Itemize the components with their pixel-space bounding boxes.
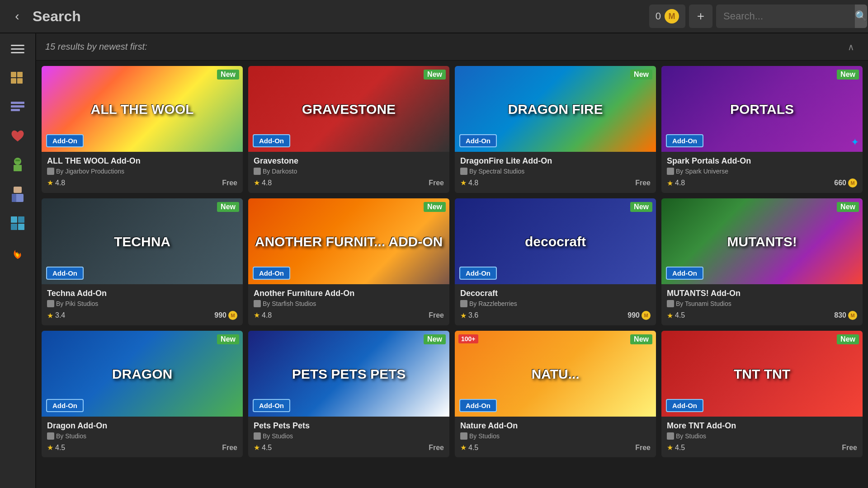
svg-rect-10 bbox=[14, 187, 22, 193]
price-free: Free bbox=[222, 179, 237, 187]
author-icon bbox=[47, 168, 54, 175]
author-icon bbox=[460, 168, 467, 175]
card-img-text: GRAVESTONE bbox=[248, 102, 449, 117]
badge-new: New bbox=[217, 202, 239, 212]
card-title: Decocraft bbox=[460, 289, 651, 298]
card-author: By Piki Studios bbox=[47, 300, 237, 307]
sidebar-item-wishlist[interactable] bbox=[5, 124, 30, 149]
card-rating: ★ 4.5 bbox=[254, 443, 272, 452]
card-author: By Razzleberries bbox=[460, 300, 651, 307]
collapse-button[interactable]: ∧ bbox=[843, 39, 859, 55]
price-free: Free bbox=[429, 179, 444, 187]
card-rating: ★ 4.5 bbox=[47, 443, 65, 452]
addon-badge: Add-On bbox=[46, 267, 84, 280]
coin-area: 0 M bbox=[649, 5, 685, 28]
coin-icon: M bbox=[665, 9, 679, 23]
card-info: Spark Portals Add-On By Spark Universe ★… bbox=[661, 152, 863, 193]
card-dragonfire[interactable]: DRAGON FIRE New Add-On DragonFire Lite A… bbox=[455, 66, 656, 193]
hamburger-line-3 bbox=[11, 52, 24, 53]
results-header: 15 results by newest first: ∧ bbox=[36, 33, 868, 61]
card-pets[interactable]: PETS PETS PETS New Add-On Pets Pets Pets… bbox=[248, 331, 449, 457]
svg-rect-2 bbox=[17, 72, 23, 77]
sidebar-item-skins[interactable] bbox=[5, 182, 30, 207]
sidebar-item-owned[interactable] bbox=[5, 153, 30, 178]
card-author: By Spectral Studios bbox=[460, 168, 651, 175]
author-icon bbox=[47, 432, 54, 440]
marketplace-icon bbox=[9, 99, 26, 116]
card-author: By Darkosto bbox=[254, 168, 444, 175]
card-rating: ★ 4.5 bbox=[667, 311, 685, 320]
featured-icon bbox=[9, 70, 26, 87]
svg-rect-15 bbox=[11, 224, 17, 230]
rating-value: 4.8 bbox=[262, 179, 272, 187]
add-coins-button[interactable]: + bbox=[689, 5, 712, 28]
search-button[interactable]: 🔍 bbox=[855, 5, 867, 28]
card-image: PETS PETS PETS New Add-On bbox=[248, 331, 449, 417]
card-footer: ★ 4.8 Free bbox=[47, 178, 237, 187]
price-coins: 830 M bbox=[834, 311, 857, 320]
card-title: Techna Add-On bbox=[47, 289, 237, 298]
svg-rect-4 bbox=[11, 102, 24, 104]
cards-grid: ALL THE WOOL New Add-On ALL THE WOOL Add… bbox=[36, 61, 868, 488]
addon-badge: Add-On bbox=[459, 134, 497, 147]
card-portals[interactable]: PORTALS New Add-On ✦ Spark Portals Add-O… bbox=[661, 66, 863, 193]
badge-new: New bbox=[217, 334, 239, 344]
card-info: MUTANTS! Add-On By Tsunami Studios ★ 4.5… bbox=[661, 284, 863, 325]
author-icon bbox=[254, 432, 261, 440]
sidebar-menu-button[interactable] bbox=[5, 39, 30, 59]
author-icon bbox=[460, 300, 467, 307]
price-free: Free bbox=[429, 444, 444, 452]
back-button[interactable]: ‹ bbox=[7, 6, 27, 26]
card-mutants[interactable]: MUTANTS! New Add-On MUTANTS! Add-On By T… bbox=[661, 198, 863, 325]
card-decocraft[interactable]: decocraft New Add-On Decocraft By Razzle… bbox=[455, 198, 656, 325]
card-image: TNT TNT New Add-On bbox=[661, 331, 863, 417]
author-icon bbox=[254, 168, 261, 175]
card-gravestone[interactable]: GRAVESTONE New Add-On Gravestone By Dark… bbox=[248, 66, 449, 193]
card-wool[interactable]: ALL THE WOOL New Add-On ALL THE WOOL Add… bbox=[42, 66, 243, 193]
card-title: MUTANTS! Add-On bbox=[667, 289, 857, 298]
card-footer: ★ 4.5 Free bbox=[47, 443, 237, 452]
addon-badge: Add-On bbox=[666, 267, 703, 280]
card-techna[interactable]: TECHNA New Add-On Techna Add-On By Piki … bbox=[42, 198, 243, 325]
badge-new: New bbox=[837, 202, 859, 212]
hamburger-line-1 bbox=[11, 45, 24, 46]
rating-value: 4.5 bbox=[675, 311, 685, 319]
card-author: By Tsunami Studios bbox=[667, 300, 857, 307]
card-dragon2[interactable]: DRAGON New Add-On Dragon Add-On By Studi… bbox=[42, 331, 243, 457]
card-rating: ★ 3.4 bbox=[47, 311, 65, 320]
card-footer: ★ 4.5 Free bbox=[254, 443, 444, 452]
wishlist-icon bbox=[9, 128, 26, 145]
badge-new: New bbox=[630, 334, 652, 344]
card-info: Dragon Add-On By Studios ★ 4.5 Free bbox=[42, 417, 243, 457]
card-rating: ★ 4.8 bbox=[47, 178, 65, 187]
card-img-text: ALL THE WOOL bbox=[42, 102, 243, 117]
author-icon bbox=[47, 300, 54, 307]
card-title: More TNT Add-On bbox=[667, 421, 857, 431]
rating-value: 4.5 bbox=[55, 444, 65, 452]
card-img-text: ANOTHER FURNIT... ADD-ON bbox=[248, 234, 449, 249]
card-author: By Studios bbox=[667, 432, 857, 440]
sidebar-item-fire[interactable] bbox=[5, 239, 30, 265]
card-info: Techna Add-On By Piki Studios ★ 3.4 990 … bbox=[42, 284, 243, 325]
sidebar-item-textures[interactable] bbox=[5, 211, 30, 236]
card-furniture[interactable]: ANOTHER FURNIT... ADD-ON New Add-On Anot… bbox=[248, 198, 449, 325]
card-tnt[interactable]: TNT TNT New Add-On More TNT Add-On By St… bbox=[661, 331, 863, 457]
card-nature[interactable]: NATU... New Add-On 100+ Nature Add-On By… bbox=[455, 331, 656, 457]
sidebar-item-featured[interactable] bbox=[5, 66, 30, 91]
card-rating: ★ 4.8 bbox=[254, 178, 272, 187]
card-title: Dragon Add-On bbox=[47, 421, 237, 431]
rating-value: 3.4 bbox=[55, 311, 65, 319]
author-icon bbox=[254, 300, 261, 307]
card-img-text: MUTANTS! bbox=[661, 234, 863, 249]
card-rating: ★ 4.5 bbox=[667, 443, 685, 452]
top-bar: ‹ Search 0 M + 🔍 bbox=[0, 0, 868, 33]
card-image: ALL THE WOOL New Add-On bbox=[42, 66, 243, 152]
sidebar-item-marketplace[interactable] bbox=[5, 95, 30, 120]
card-img-text: TNT TNT bbox=[661, 366, 863, 381]
search-input[interactable] bbox=[716, 10, 855, 22]
badge-new: New bbox=[837, 70, 859, 80]
main-layout: 15 results by newest first: ∧ ALL THE WO… bbox=[0, 33, 868, 488]
card-info: Another Furniture Add-On By Starfish Stu… bbox=[248, 284, 449, 325]
addon-badge: Add-On bbox=[253, 134, 290, 147]
card-footer: ★ 4.8 660 M bbox=[667, 178, 857, 188]
